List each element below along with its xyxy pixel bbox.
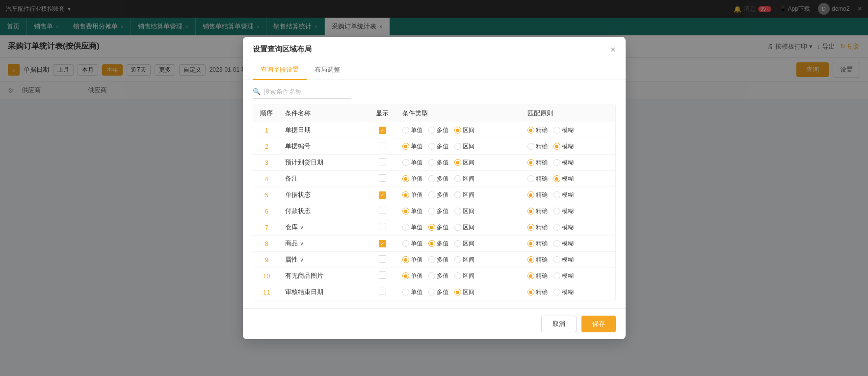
modal: 设置查询区域布局 × 查询字段设置 布局调整 🔍 顺序 条件名称 — [243, 37, 626, 99]
modal-title: 设置查询区域布局 — [253, 45, 312, 54]
modal-tabs: 查询字段设置 布局调整 — [243, 60, 626, 80]
modal-search-bar: 🔍 — [253, 88, 351, 99]
modal-tab-query-fields[interactable]: 查询字段设置 — [253, 60, 307, 80]
modal-overlay[interactable]: 设置查询区域布局 × 查询字段设置 布局调整 🔍 顺序 条件名称 — [0, 0, 868, 99]
modal-tab-layout[interactable]: 布局调整 — [307, 60, 348, 80]
modal-body: 🔍 顺序 条件名称 显示 条件类型 匹配原则 — [243, 80, 626, 99]
modal-header: 设置查询区域布局 × — [243, 37, 626, 60]
search-input[interactable] — [263, 88, 351, 95]
search-icon: 🔍 — [253, 88, 261, 95]
modal-close-button[interactable]: × — [610, 45, 616, 54]
